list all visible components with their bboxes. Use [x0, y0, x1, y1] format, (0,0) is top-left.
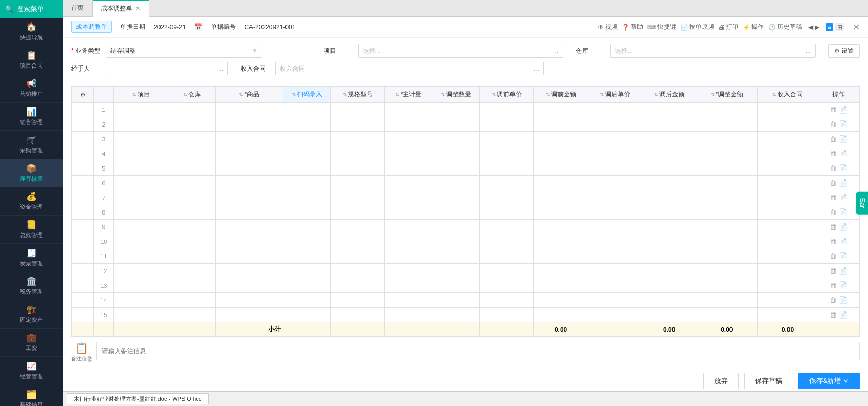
cell-after-price-7[interactable] — [588, 190, 642, 205]
sort-icon-scan[interactable]: ⇅ — [292, 92, 296, 97]
cell-before-amount-2[interactable] — [534, 117, 588, 132]
cell-gear-12[interactable] — [72, 264, 94, 278]
cell-after-amount-15[interactable] — [642, 308, 696, 322]
cell-warehouse-9[interactable] — [168, 220, 215, 234]
sidebar-item-salary[interactable]: 💼 工资 — [0, 329, 63, 357]
cell-unit-8[interactable] — [385, 205, 432, 220]
cell-qty-6[interactable] — [432, 176, 479, 190]
cell-spec-10[interactable] — [330, 234, 385, 249]
cell-adjust-amount-4[interactable] — [696, 146, 758, 161]
cell-qty-3[interactable] — [432, 132, 479, 146]
prev-arrow[interactable]: ◀ — [808, 24, 813, 31]
cell-after-amount-7[interactable] — [642, 190, 696, 205]
cell-goods-12[interactable] — [215, 264, 283, 278]
cell-after-amount-6[interactable] — [642, 176, 696, 190]
cell-goods-13[interactable] — [215, 278, 283, 293]
cell-income-contract-15[interactable] — [757, 308, 818, 322]
tab-cost-adjust[interactable]: 成本调整单 ✕ — [93, 0, 149, 17]
cell-after-price-15[interactable] — [588, 308, 642, 322]
cell-after-amount-1[interactable] — [642, 103, 696, 117]
cell-scan-12[interactable] — [283, 264, 331, 278]
cell-income-contract-7[interactable] — [757, 190, 818, 205]
cell-after-amount-3[interactable] — [642, 132, 696, 146]
cell-income-contract-14[interactable] — [757, 293, 818, 308]
cell-before-amount-15[interactable] — [534, 308, 588, 322]
cell-unit-6[interactable] — [385, 176, 432, 190]
cell-warehouse-14[interactable] — [168, 293, 215, 308]
cell-gear-6[interactable] — [72, 176, 94, 190]
cell-scan-8[interactable] — [283, 205, 331, 220]
copy-icon-9[interactable]: 📄 — [839, 223, 847, 231]
cell-gear-10[interactable] — [72, 234, 94, 249]
cell-project-9[interactable] — [114, 220, 168, 234]
cell-unit-2[interactable] — [385, 117, 432, 132]
cell-income-contract-1[interactable] — [757, 103, 818, 117]
cell-before-price-3[interactable] — [479, 132, 534, 146]
cell-adjust-amount-14[interactable] — [696, 293, 758, 308]
cell-before-amount-10[interactable] — [534, 234, 588, 249]
cell-warehouse-10[interactable] — [168, 234, 215, 249]
cell-after-price-8[interactable] — [588, 205, 642, 220]
cell-adjust-amount-5[interactable] — [696, 161, 758, 176]
sort-icon-qty[interactable]: ⇅ — [441, 92, 445, 97]
sidebar-item-finance[interactable]: 💰 资金管理 — [0, 187, 63, 216]
cell-spec-3[interactable] — [330, 132, 385, 146]
cell-qty-7[interactable] — [432, 190, 479, 205]
remarks-input[interactable] — [96, 342, 860, 360]
cell-gear-7[interactable] — [72, 190, 94, 205]
copy-icon-1[interactable]: 📄 — [839, 106, 847, 114]
cell-warehouse-6[interactable] — [168, 176, 215, 190]
cell-goods-7[interactable] — [215, 190, 283, 205]
cell-before-amount-7[interactable] — [534, 190, 588, 205]
cell-unit-3[interactable] — [385, 132, 432, 146]
cell-scan-11[interactable] — [283, 249, 331, 264]
cell-qty-2[interactable] — [432, 117, 479, 132]
taskbar-item[interactable]: 木门行业好业财处理方案-墨红红.doc - WPS Office — [67, 393, 209, 404]
cell-gear-8[interactable] — [72, 205, 94, 220]
cell-scan-14[interactable] — [283, 293, 331, 308]
cell-unit-15[interactable] — [385, 308, 432, 322]
cell-unit-4[interactable] — [385, 146, 432, 161]
cell-scan-7[interactable] — [283, 190, 331, 205]
cell-spec-8[interactable] — [330, 205, 385, 220]
cell-adjust-amount-11[interactable] — [696, 249, 758, 264]
cell-warehouse-11[interactable] — [168, 249, 215, 264]
cell-before-price-4[interactable] — [479, 146, 534, 161]
sidebar-item-fixed-assets[interactable]: 🏗️ 固定资产 — [0, 300, 63, 329]
cell-before-amount-4[interactable] — [534, 146, 588, 161]
cell-after-price-9[interactable] — [588, 220, 642, 234]
cell-after-amount-14[interactable] — [642, 293, 696, 308]
cell-scan-4[interactable] — [283, 146, 331, 161]
delete-icon-7[interactable]: 🗑 — [830, 194, 837, 201]
copy-icon-14[interactable]: 📄 — [839, 296, 847, 304]
project-input[interactable]: 选择... ... — [358, 44, 564, 58]
cell-before-price-14[interactable] — [479, 293, 534, 308]
cell-adjust-amount-13[interactable] — [696, 278, 758, 293]
cell-gear-5[interactable] — [72, 161, 94, 176]
form-close-btn[interactable]: ✕ — [853, 22, 860, 32]
cell-before-amount-6[interactable] — [534, 176, 588, 190]
cell-before-amount-9[interactable] — [534, 220, 588, 234]
cell-goods-15[interactable] — [215, 308, 283, 322]
right-panel-ear[interactable]: Ear — [856, 192, 868, 215]
cell-project-4[interactable] — [114, 146, 168, 161]
cell-unit-11[interactable] — [385, 249, 432, 264]
delete-icon-10[interactable]: 🗑 — [830, 238, 837, 245]
cell-adjust-amount-7[interactable] — [696, 190, 758, 205]
cell-qty-8[interactable] — [432, 205, 479, 220]
delete-icon-4[interactable]: 🗑 — [830, 150, 837, 157]
tab-cost-adjust-close[interactable]: ✕ — [135, 5, 140, 12]
action-by-order[interactable]: 📄 按单原频 — [680, 22, 714, 31]
cell-after-price-2[interactable] — [588, 117, 642, 132]
delete-icon-2[interactable]: 🗑 — [830, 120, 837, 128]
cell-after-price-3[interactable] — [588, 132, 642, 146]
cell-before-amount-13[interactable] — [534, 278, 588, 293]
copy-icon-11[interactable]: 📄 — [839, 252, 847, 260]
cell-income-contract-10[interactable] — [757, 234, 818, 249]
sidebar-item-invoice[interactable]: 🧾 发票管理 — [0, 244, 63, 272]
cell-scan-3[interactable] — [283, 132, 331, 146]
cell-gear-15[interactable] — [72, 308, 94, 322]
cell-unit-10[interactable] — [385, 234, 432, 249]
sort-icon-unit[interactable]: ⇅ — [395, 92, 399, 97]
cell-before-amount-12[interactable] — [534, 264, 588, 278]
